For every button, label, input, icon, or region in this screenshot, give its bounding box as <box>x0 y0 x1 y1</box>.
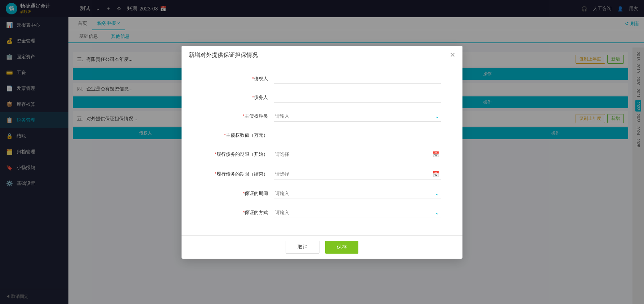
label-guarantee-period: *保证的期间 <box>203 190 268 197</box>
form-row-start-date: *履行债务的期限（开始） 📅 <box>203 149 441 160</box>
required-mark-gp: * <box>243 191 245 196</box>
modal: 新增对外提供保证担保情况 ✕ *债权人 *债务人 *主债权种类 <box>182 46 462 259</box>
required-mark-debtor: * <box>252 95 254 100</box>
cancel-button[interactable]: 取消 <box>286 241 319 254</box>
required-mark-start: * <box>215 151 216 157</box>
select-guarantee-method-input[interactable] <box>275 210 435 215</box>
select-guarantee-period-input[interactable] <box>275 191 435 196</box>
chevron-down-icon-gp[interactable]: ⌄ <box>435 191 439 196</box>
select-claim-type-wrap[interactable]: ⌄ <box>274 111 441 122</box>
calendar-end-icon[interactable]: 📅 <box>433 171 439 177</box>
required-mark-claim-type: * <box>243 113 245 119</box>
modal-overlay: 新增对外提供保证担保情况 ✕ *债权人 *债务人 *主债权种类 <box>0 0 644 304</box>
date-start-input[interactable] <box>275 151 433 157</box>
date-end-input[interactable] <box>275 171 433 177</box>
select-guarantee-period-wrap[interactable]: ⌄ <box>274 189 441 199</box>
form-row-debtor: *债务人 <box>203 92 441 103</box>
chevron-down-icon-claim[interactable]: ⌄ <box>435 113 439 119</box>
date-start-wrap[interactable]: 📅 <box>274 149 441 160</box>
modal-close-btn[interactable]: ✕ <box>450 52 455 58</box>
select-guarantee-method-wrap[interactable]: ⌄ <box>274 208 441 218</box>
form-row-claim-type: *主债权种类 ⌄ <box>203 111 441 122</box>
select-claim-type-input[interactable] <box>275 113 435 119</box>
input-debtor[interactable] <box>274 92 441 103</box>
form-row-end-date: *履行债务的期限（结束） 📅 <box>203 169 441 180</box>
modal-title: 新增对外提供保证担保情况 <box>189 51 258 59</box>
save-button[interactable]: 保存 <box>325 241 358 254</box>
required-mark-end: * <box>215 171 216 177</box>
label-end-date: *履行债务的期限（结束） <box>203 171 268 177</box>
form-row-claim-amount: *主债权数额（万元） <box>203 130 441 140</box>
input-claim-amount[interactable] <box>274 130 441 140</box>
modal-footer: 取消 保存 <box>182 235 462 259</box>
label-claim-amount: *主债权数额（万元） <box>203 132 268 139</box>
modal-body: *债权人 *债务人 *主债权种类 ⌄ <box>182 65 462 235</box>
required-mark: * <box>252 76 254 81</box>
required-mark-gm: * <box>243 210 245 215</box>
form-row-creditor: *债权人 <box>203 74 441 84</box>
label-debtor: *债务人 <box>203 94 268 101</box>
form-row-guarantee-method: *保证的方式 ⌄ <box>203 208 441 218</box>
label-claim-type: *主债权种类 <box>203 113 268 119</box>
date-end-wrap[interactable]: 📅 <box>274 169 441 180</box>
input-creditor[interactable] <box>274 74 441 84</box>
modal-header: 新增对外提供保证担保情况 ✕ <box>182 46 462 65</box>
form-row-guarantee-period: *保证的期间 ⌄ <box>203 189 441 199</box>
calendar-start-icon[interactable]: 📅 <box>433 151 439 158</box>
chevron-down-icon-gm[interactable]: ⌄ <box>435 210 439 215</box>
label-guarantee-method: *保证的方式 <box>203 209 268 216</box>
required-mark-amount: * <box>224 132 226 138</box>
label-start-date: *履行债务的期限（开始） <box>203 151 268 158</box>
label-creditor: *债权人 <box>203 76 268 82</box>
